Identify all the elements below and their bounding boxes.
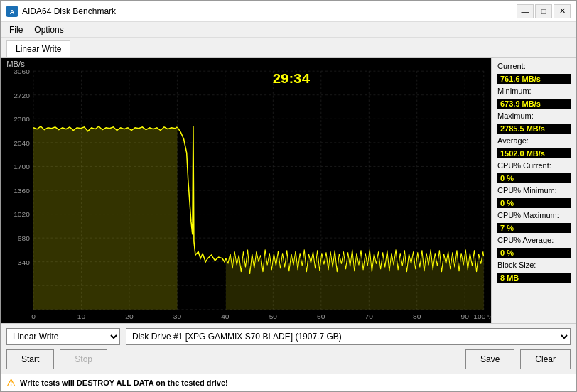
bottom-controls: Linear Write Linear Read Random Write Ra… <box>1 323 576 374</box>
controls-row-2: Start Stop Save Clear <box>6 349 571 369</box>
svg-marker-48 <box>33 126 177 310</box>
svg-text:90: 90 <box>461 313 470 321</box>
svg-text:70: 70 <box>365 313 374 321</box>
svg-text:10: 10 <box>77 313 86 321</box>
file-menu[interactable]: File <box>4 23 28 36</box>
close-button[interactable]: ✕ <box>554 4 571 18</box>
cpu-average-label: CPU% Average: <box>497 236 571 244</box>
block-size-value: 8 MB <box>497 273 571 283</box>
svg-text:2380: 2380 <box>14 115 30 123</box>
main-window: A AIDA64 Disk Benchmark — □ ✕ File Optio… <box>0 0 577 392</box>
cpu-current-label: CPU% Current: <box>497 161 571 170</box>
app-icon: A <box>6 6 18 17</box>
svg-text:20: 20 <box>125 313 134 321</box>
svg-text:100 %: 100 % <box>473 313 491 321</box>
drive-select[interactable]: Disk Drive #1 [XPG GAMMIX S70 BLADE] (19… <box>126 328 571 345</box>
cpu-minimum-value: 0 % <box>497 198 571 208</box>
average-label: Average: <box>497 136 571 145</box>
maximum-label: Maximum: <box>497 111 571 120</box>
svg-text:0: 0 <box>31 313 36 321</box>
minimum-label: Minimum: <box>497 87 571 95</box>
block-size-label: Block Size: <box>497 261 571 269</box>
svg-text:2040: 2040 <box>14 139 30 147</box>
chart-area: MB/s 29:34 <box>1 58 491 323</box>
svg-text:50: 50 <box>269 313 278 321</box>
clear-button[interactable]: Clear <box>520 349 571 369</box>
cpu-maximum-value: 7 % <box>497 223 571 233</box>
cpu-maximum-label: CPU% Maximum: <box>497 211 571 219</box>
warning-icon: ⚠ <box>6 377 16 388</box>
svg-text:680: 680 <box>18 234 31 242</box>
svg-text:340: 340 <box>18 258 31 266</box>
chart-svg: MB/s 29:34 <box>1 58 491 323</box>
svg-text:60: 60 <box>317 313 325 321</box>
main-content: MB/s 29:34 <box>1 58 576 323</box>
average-value: 1502.0 MB/s <box>497 148 571 158</box>
cpu-minimum-label: CPU% Minimum: <box>497 186 571 195</box>
svg-text:1360: 1360 <box>14 187 30 195</box>
current-label: Current: <box>497 62 571 70</box>
minimum-value: 673.9 MB/s <box>497 99 571 109</box>
svg-text:1020: 1020 <box>14 211 30 219</box>
svg-text:30: 30 <box>173 313 182 321</box>
options-menu[interactable]: Options <box>28 23 69 36</box>
warning-row: ⚠ Write tests will DESTROY ALL DATA on t… <box>1 374 576 391</box>
maximum-value: 2785.5 MB/s <box>497 124 571 134</box>
warning-text: Write tests will DESTROY ALL DATA on the… <box>20 379 228 387</box>
svg-text:A: A <box>10 9 15 16</box>
cpu-average-value: 0 % <box>497 248 571 258</box>
title-bar-left: A AIDA64 Disk Benchmark <box>6 6 116 17</box>
current-value: 761.6 MB/s <box>497 74 571 84</box>
title-bar: A AIDA64 Disk Benchmark — □ ✕ <box>1 1 576 22</box>
stats-panel: Current: 761.6 MB/s Minimum: 673.9 MB/s … <box>491 58 576 323</box>
save-button[interactable]: Save <box>465 349 514 369</box>
minimize-button[interactable]: — <box>517 4 534 18</box>
stop-button[interactable]: Stop <box>60 349 107 369</box>
linear-write-tab[interactable]: Linear Write <box>6 40 70 57</box>
start-button[interactable]: Start <box>6 349 54 369</box>
svg-text:29:34: 29:34 <box>273 71 310 86</box>
test-type-select[interactable]: Linear Write Linear Read Random Write Ra… <box>6 328 120 345</box>
cpu-current-value: 0 % <box>497 173 571 183</box>
svg-text:40: 40 <box>221 313 230 321</box>
menu-bar: File Options <box>1 22 576 38</box>
svg-text:3060: 3060 <box>14 67 30 75</box>
svg-text:2720: 2720 <box>14 92 30 99</box>
tab-bar: Linear Write <box>1 38 576 58</box>
controls-row-1: Linear Write Linear Read Random Write Ra… <box>6 328 571 345</box>
window-title: AIDA64 Disk Benchmark <box>22 6 116 16</box>
svg-text:1700: 1700 <box>14 163 30 171</box>
maximize-button[interactable]: □ <box>535 4 552 18</box>
title-bar-buttons: — □ ✕ <box>517 4 571 18</box>
svg-text:80: 80 <box>413 313 421 321</box>
